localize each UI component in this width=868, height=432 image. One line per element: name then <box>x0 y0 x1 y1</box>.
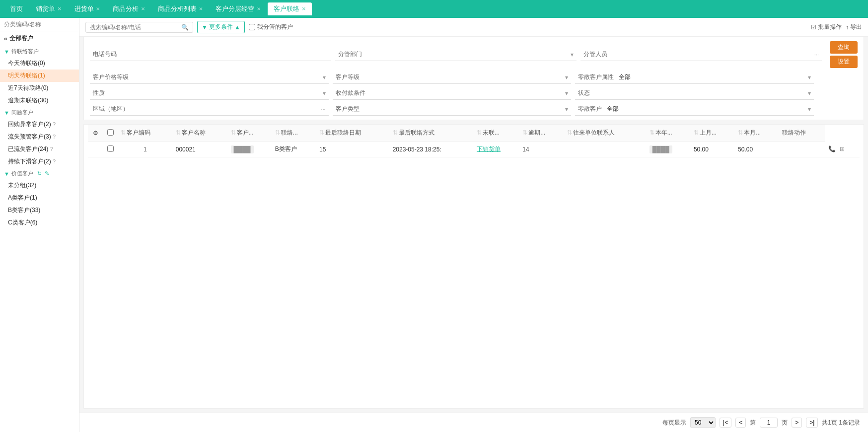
sort-overdue-icon[interactable]: ⇅ <box>522 129 527 136</box>
sidebar-item-class-a[interactable]: A类客户(1) <box>0 192 79 204</box>
row-this-month <box>779 142 825 157</box>
sort-thismonth-icon[interactable]: ⇅ <box>738 129 743 136</box>
nav-item-sales[interactable]: 销货单× <box>30 2 68 15</box>
person-more-icon[interactable]: ··· <box>814 52 819 58</box>
nav-item-customer-contact[interactable]: 客户联络× <box>268 2 312 15</box>
nav-item-product-analysis-list[interactable]: 商品分析列表× <box>152 2 209 15</box>
status-dropdown-icon[interactable]: ▾ <box>808 90 811 97</box>
sidebar-group-problem[interactable]: ▼ 问题客户 <box>0 107 79 118</box>
payment-terms-dropdown-icon[interactable]: ▾ <box>565 90 568 97</box>
page-number-input[interactable] <box>760 418 778 428</box>
filter-arrow-icon: ▲ <box>234 24 240 31</box>
refresh-value-icon[interactable]: ↻ <box>37 170 42 177</box>
person-input[interactable] <box>610 51 814 58</box>
sort-code-icon[interactable]: ⇅ <box>121 129 126 136</box>
export-button[interactable]: ↑ 导出 <box>846 23 862 31</box>
dept-dropdown-icon[interactable]: ▾ <box>571 51 574 58</box>
phone-action-icon[interactable]: 📞 <box>828 145 836 152</box>
nav-item-product-analysis[interactable]: 商品分析× <box>107 2 151 15</box>
customer-level-input[interactable] <box>362 74 566 81</box>
batch-operation-button[interactable]: ☑ 批量操作 <box>811 23 842 31</box>
dept-input[interactable] <box>365 51 571 58</box>
sort-contact-icon[interactable]: ⇅ <box>275 129 280 136</box>
row-last-month: 50.00 <box>735 142 779 157</box>
payment-terms-input[interactable] <box>368 90 566 97</box>
row-name: ████ <box>228 142 272 157</box>
table-row: 1 000021 ████ B类客户 15 2023-05-23 18:25: … <box>88 142 860 157</box>
filter-person: 分管人员 ··· <box>580 48 822 61</box>
sidebar-item-today-contact[interactable]: 今天待联络(0) <box>0 57 79 70</box>
sort-unit-icon[interactable]: ⇅ <box>567 129 572 136</box>
select-all-checkbox[interactable] <box>107 129 114 136</box>
first-page-button[interactable]: |< <box>720 418 731 428</box>
close-analysis-list-icon[interactable]: × <box>199 5 203 12</box>
search-input[interactable] <box>90 24 179 31</box>
close-customer-tier-icon[interactable]: × <box>257 5 261 12</box>
close-customer-contact-icon[interactable]: × <box>302 5 306 12</box>
row-gear <box>88 142 103 157</box>
filter-panel: 电话号码 分管部门 ▾ 分管人员 ··· 查询 设置 <box>83 37 864 120</box>
sidebar-item-churned[interactable]: 已流失客户(24) ? <box>0 143 79 155</box>
sidebar-search-input[interactable] <box>4 21 78 28</box>
last-method-link[interactable]: 下销货单 <box>477 145 501 152</box>
customer-type-dropdown-icon[interactable]: ▾ <box>565 106 568 113</box>
sidebar-item-churn-warning[interactable]: 流失预警客户(3) ? <box>0 131 79 143</box>
sidebar-item-class-c[interactable]: C类客户(6) <box>0 216 79 229</box>
nav-item-purchase[interactable]: 进货单× <box>69 2 106 15</box>
my-customers-check[interactable] <box>249 24 255 30</box>
sort-year-icon[interactable]: ⇅ <box>650 129 654 136</box>
my-customers-checkbox[interactable]: 我分管的客户 <box>249 23 293 31</box>
region-more-icon[interactable]: ··· <box>321 106 326 112</box>
customer-level-dropdown-icon[interactable]: ▾ <box>565 74 568 81</box>
filter-row-2: 客户价格等级 ▾ 客户等级 ▾ 零散客户属性 全部 ▾ <box>90 71 858 84</box>
sidebar-item-abnormal-repurchase[interactable]: 回购异常客户(2) ? <box>0 118 79 131</box>
filter-phone: 电话号码 <box>90 48 331 61</box>
sidebar-item-overdue-contact[interactable]: 逾期未联络(30) <box>0 94 79 107</box>
grid-action-icon[interactable]: ⊞ <box>840 145 845 152</box>
nav-item-home[interactable]: 首页 <box>4 2 29 15</box>
query-button[interactable]: 查询 <box>830 41 858 54</box>
price-tier-input[interactable] <box>132 74 323 81</box>
sidebar-item-7days-contact[interactable]: 近7天待联络(0) <box>0 82 79 94</box>
next-page-button[interactable]: > <box>792 418 802 428</box>
sort-method-icon[interactable]: ⇅ <box>393 129 398 136</box>
nav-item-customer-tier[interactable]: 客户分层经营× <box>210 2 267 15</box>
per-page-select[interactable]: 50 100 200 <box>690 417 716 428</box>
export-icon: ↑ <box>846 24 849 31</box>
sidebar-item-declining[interactable]: 持续下滑客户(2) ? <box>0 155 79 168</box>
search-icon[interactable]: 🔍 <box>181 24 189 31</box>
sidebar-item-tomorrow-contact[interactable]: 明天待联络(1) <box>0 70 79 82</box>
prev-page-button[interactable]: < <box>735 418 746 428</box>
status-input[interactable] <box>593 90 808 97</box>
nature-input[interactable] <box>108 90 323 97</box>
phone-input[interactable] <box>120 51 328 58</box>
col-gear: ⚙ <box>88 125 103 142</box>
row-checkbox[interactable] <box>107 145 114 152</box>
sidebar-all-customers[interactable]: « 全部客户 <box>0 31 79 46</box>
retail-attr-dropdown-icon[interactable]: ▾ <box>808 74 811 81</box>
region-input[interactable] <box>132 106 321 113</box>
triangle-icon-problem: ▼ <box>4 110 9 116</box>
gear-icon[interactable]: ⚙ <box>93 130 98 137</box>
nature-dropdown-icon[interactable]: ▾ <box>323 90 326 97</box>
customer-type-input[interactable] <box>362 106 566 113</box>
close-sales-icon[interactable]: × <box>58 5 62 12</box>
sort-uncontacted-icon[interactable]: ⇅ <box>477 129 482 136</box>
more-filter-button[interactable]: ▼ 更多条件 ▲ <box>197 21 245 33</box>
sort-date-icon[interactable]: ⇅ <box>319 129 324 136</box>
retail-customer-dropdown-icon[interactable]: ▾ <box>808 106 811 113</box>
sort-type-icon[interactable]: ⇅ <box>231 129 236 136</box>
sidebar-group-pending[interactable]: ▼ 待联络客户 <box>0 46 79 57</box>
close-purchase-icon[interactable]: × <box>96 5 100 12</box>
sort-lastmonth-icon[interactable]: ⇅ <box>694 129 699 136</box>
price-tier-dropdown-icon[interactable]: ▾ <box>323 74 326 81</box>
sidebar-item-ungrouped[interactable]: 未分组(32) <box>0 179 79 192</box>
edit-value-icon[interactable]: ✎ <box>45 170 49 177</box>
sidebar-item-class-b[interactable]: B类客户(33) <box>0 204 79 216</box>
sort-name-icon[interactable]: ⇅ <box>176 129 181 136</box>
sidebar-group-value[interactable]: ▼ 价值客户 ↻ ✎ <box>0 168 79 179</box>
filter-customer-type: 客户类型 ▾ <box>333 103 572 116</box>
close-analysis-icon[interactable]: × <box>141 5 145 12</box>
settings-button[interactable]: 设置 <box>830 56 858 68</box>
last-page-button[interactable]: >| <box>806 418 818 428</box>
